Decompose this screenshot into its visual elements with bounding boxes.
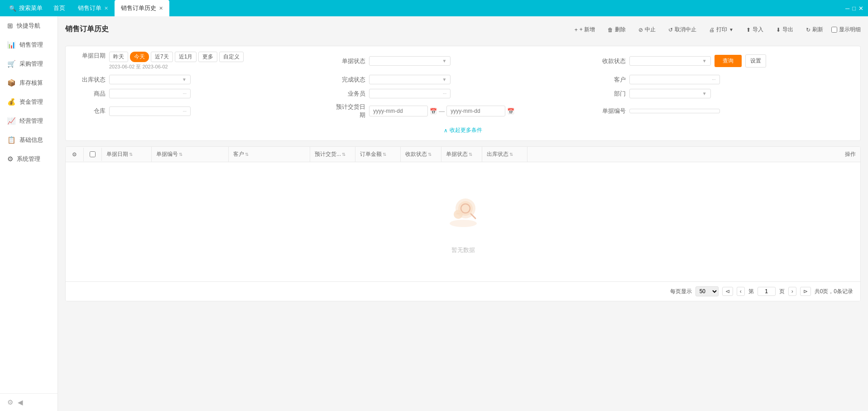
collapse-label: 收起更多条件 [450,126,482,134]
sidebar-item-purchase[interactable]: 🛒 采购管理 [0,54,58,73]
collapse-bar[interactable]: ∧ 收起更多条件 [73,124,853,135]
new-button[interactable]: + + 新增 [570,24,599,36]
sidebar-item-inventory[interactable]: 📦 库存核算 [0,73,58,92]
th-receipt-status[interactable]: 收款状态 ⇅ [401,147,441,162]
sidebar-label-finance: 资金管理 [19,98,43,106]
th-receipt-sort-icon: ⇅ [428,152,432,157]
display-detail-control: 显示明细 [831,26,861,34]
print-dropdown-icon: ▼ [729,27,734,32]
first-page-button[interactable]: ⊲ [722,287,733,296]
delete-button[interactable]: 🗑 删除 [603,24,630,36]
customer-label: 客户 [593,76,629,84]
th-date[interactable]: 单据日期 ⇅ [102,147,152,162]
window-controls: ─ □ ✕ [845,5,863,12]
calendar-start-icon[interactable]: 📅 [430,108,437,115]
salesperson-label: 业务员 [333,90,369,98]
filter-row-1: 单据日期 昨天 今天 近7天 近1月 更多 自定义 2023-06-02 至 2… [73,52,853,70]
th-delivery[interactable]: 预计交货... ⇅ [310,147,355,162]
select-all-checkbox[interactable] [90,151,96,157]
filter-row-2: 出库状态 ▼ 完成状态 ▼ 客户 [73,75,853,84]
sidebar-settings-icon[interactable]: ⚙ [7,398,13,406]
total-info: 共0页，0条记录 [815,288,853,295]
page-number-input[interactable] [758,287,776,296]
th-bill-status[interactable]: 单据状态 ⇅ [441,147,482,162]
date-btn-today[interactable]: 今天 [130,52,149,62]
th-outbound-status[interactable]: 出库状态 ⇅ [482,147,528,162]
tab-sales-order[interactable]: 销售订单 ✕ [72,0,115,16]
delivery-date-start-input[interactable] [369,106,428,116]
sidebar-item-system[interactable]: ⚙ 系统管理 [0,150,58,169]
print-button[interactable]: 🖨 打印 ▼ [705,24,738,36]
close-button[interactable]: ✕ [858,5,863,12]
th-bill-number[interactable]: 单据编号 ⇅ [152,147,229,162]
receipt-status-select[interactable]: ▼ [629,56,711,66]
tab-sales-history-close[interactable]: ✕ [159,5,163,11]
receipt-status-label: 收款状态 [593,57,629,65]
sidebar-bottom: ⚙ ◀ [0,393,58,411]
tab-sales-history[interactable]: 销售订单历史 ✕ [115,0,169,16]
complete-status-select[interactable]: ▼ [369,75,451,84]
purchase-icon: 🛒 [7,60,16,68]
refresh-icon: ↻ [806,27,810,33]
date-btn-custom[interactable]: 自定义 [219,52,244,62]
sidebar-label-sales: 销售管理 [19,41,43,49]
bill-number-input[interactable] [629,109,720,113]
calendar-end-icon[interactable]: 📅 [507,108,514,115]
display-detail-checkbox[interactable] [831,27,837,33]
goods-label: 商品 [73,90,109,98]
last-page-button[interactable]: ⊳ [800,287,811,296]
sidebar: ⊞ 快捷导航 📊 销售管理 🛒 采购管理 📦 库存核算 💰 资金管理 📈 经营管… [0,16,58,411]
th-bill-status-label: 单据状态 [446,150,468,158]
filter-row-3: 商品 ··· 业务员 ··· 部门 [73,89,853,98]
bill-status-label: 单据状态 [333,57,369,65]
th-date-sort-icon: ⇅ [129,152,133,157]
maximize-button[interactable]: □ [852,5,856,12]
export-label: 导出 [782,26,793,34]
th-settings[interactable]: ⚙ [66,148,84,161]
tab-home[interactable]: 首页 [47,0,72,16]
search-button[interactable]: 查询 [715,55,742,67]
date-btn-yesterday[interactable]: 昨天 [109,52,128,62]
goods-select[interactable]: ··· [109,89,191,98]
delete-icon: 🗑 [608,27,613,33]
cancel-stop-button[interactable]: ↺ 取消中止 [664,24,701,36]
sidebar-item-quick-nav[interactable]: ⊞ 快捷导航 [0,16,58,35]
department-select[interactable]: ▼ [629,89,711,98]
bill-status-select[interactable]: ▼ [369,56,451,66]
stop-button[interactable]: ⊘ 中止 [634,24,660,36]
tab-sales-order-close[interactable]: ✕ [104,5,108,11]
sidebar-item-finance[interactable]: 💰 资金管理 [0,92,58,111]
next-page-button[interactable]: › [788,287,796,296]
export-button[interactable]: ⬇ 导出 [772,24,798,36]
date-btn-more[interactable]: 更多 [198,52,217,62]
empty-state: 暂无数据 [66,162,860,281]
date-btn-7days[interactable]: 近7天 [151,52,173,62]
date-btn-1month[interactable]: 近1月 [175,52,197,62]
search-menu-label: 搜索菜单 [19,4,43,12]
delivery-date-end-input[interactable] [446,106,505,116]
th-customer[interactable]: 客户 ⇅ [229,147,310,162]
complete-status-label: 完成状态 [333,76,369,84]
import-button[interactable]: ⬆ 导入 [742,24,768,36]
th-amount[interactable]: 订单金额 ⇅ [355,147,401,162]
bill-status-arrow-icon: ▼ [442,58,446,63]
stop-label: 中止 [645,26,656,34]
sidebar-label-purchase: 采购管理 [19,60,43,68]
prev-page-button[interactable]: ‹ [737,287,745,296]
th-checkbox[interactable] [84,148,102,161]
table-header: ⚙ 单据日期 ⇅ 单据编号 ⇅ 客户 ⇅ 预计交货... [66,147,860,162]
customer-select[interactable]: ··· [629,75,720,84]
minimize-button[interactable]: ─ [845,5,849,12]
outbound-status-select[interactable]: ▼ [109,75,191,84]
sidebar-item-basic-info[interactable]: 📋 基础信息 [0,131,58,150]
settings-button[interactable]: 设置 [745,54,766,68]
sidebar-collapse-icon[interactable]: ◀ [18,398,23,406]
sidebar-item-operations[interactable]: 📈 经营管理 [0,111,58,131]
search-menu[interactable]: 🔍 搜索菜单 [5,4,47,12]
warehouse-select[interactable]: ··· [109,106,191,116]
sidebar-item-sales[interactable]: 📊 销售管理 [0,35,58,54]
refresh-label: 刷新 [812,26,823,34]
per-page-select[interactable]: 50 20 100 [695,286,719,296]
salesperson-select[interactable]: ··· [369,89,451,98]
refresh-button[interactable]: ↻ 刷新 [801,24,828,36]
